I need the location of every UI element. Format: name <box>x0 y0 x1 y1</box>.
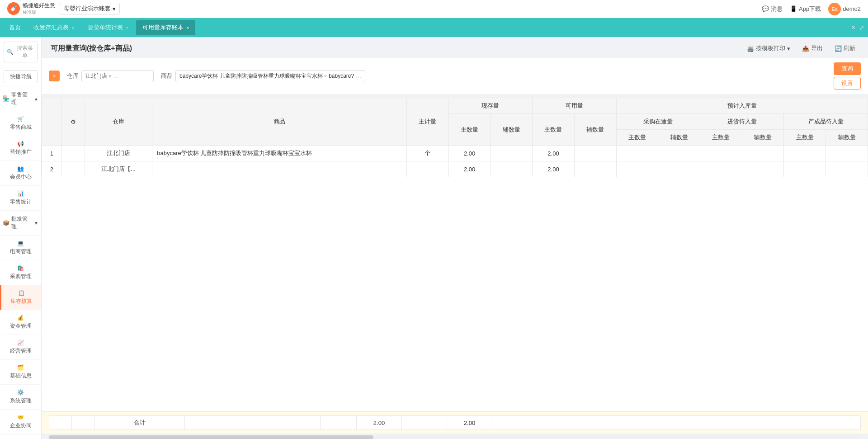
product-tag-1-delete[interactable]: × <box>324 73 327 79</box>
tab-receivable-close[interactable]: × <box>71 25 74 30</box>
logo-area: 🍼 畅捷通好生意 标准版 <box>7 2 55 15</box>
sidebar-item-wholesale[interactable]: 📦 批发管理 ▼ <box>0 211 41 236</box>
sidebar-item-marketing-label: 营销推广 <box>10 148 32 156</box>
wholesale-arrow: ▼ <box>34 221 38 226</box>
summary-label: 合计 <box>94 416 185 430</box>
tab-available-close[interactable]: × <box>186 25 189 30</box>
inventory-icon: 📋 <box>18 290 25 296</box>
warehouse-tag-value: 江北门店 <box>85 72 107 80</box>
avatar: Ea <box>828 3 841 15</box>
summary-settings-cell <box>72 416 94 430</box>
cell-purchase-main <box>616 146 658 161</box>
cell-index: 2 <box>42 161 62 177</box>
th-settings[interactable]: ⚙ <box>61 98 85 146</box>
th-purchase-main: 主数量 <box>616 130 658 146</box>
cell-stock-aux <box>491 146 533 161</box>
sidebar-item-operation[interactable]: 📈 经营管理 <box>0 335 41 360</box>
th-avail-aux: 辅数量 <box>574 114 616 146</box>
logo-text: 畅捷通好生意 <box>23 2 55 9</box>
product-label: 商品 <box>161 72 173 80</box>
cell-prod-main <box>784 161 826 177</box>
message-icon: 💬 <box>762 5 769 12</box>
th-warehouse: 仓库 <box>85 98 152 146</box>
app-download-item[interactable]: 📱 App下载 <box>790 5 821 13</box>
sidebar-item-retail-stat[interactable]: 📊 零售统计 <box>0 186 41 211</box>
sidebar-item-ecommerce[interactable]: 💻 电商管理 <box>0 236 41 260</box>
sidebar-item-finance[interactable]: 💰 资金管理 <box>0 310 41 335</box>
product-tag-2-value: babycare? <box>329 73 354 79</box>
th-incoming-aux: 辅数量 <box>742 130 784 146</box>
top-bar: 🍼 畅捷通好生意 标准版 母婴行业演示账套 ▾ 💬 消息 📱 App下载 Ea … <box>0 0 868 18</box>
tab-available-inventory[interactable]: 可用量库存账本 × <box>136 20 195 35</box>
inventory-table: ⚙ 仓库 商品 主计量 现存量 可用量 预计入库量 主数量 辅数量 主数量 辅数… <box>42 98 868 177</box>
th-avail-main: 主数量 <box>533 114 575 146</box>
online-shop-icon: 🛒 <box>17 116 24 122</box>
tab-order-close[interactable]: × <box>126 25 128 30</box>
window-expand-button[interactable]: ⤢ <box>859 24 864 31</box>
warehouse-tag: 江北门店 × <box>85 72 111 80</box>
sidebar-item-wholesale-label: 批发管理 <box>11 215 32 231</box>
product-input[interactable]: babycare学饮杯 儿童防摔防撞吸管杯重力球吸嘴杯宝宝水杯 × babyca… <box>175 70 365 82</box>
bottom-scrollbar[interactable] <box>49 435 861 439</box>
sidebar-item-system[interactable]: ⚙️ 系统管理 <box>0 385 41 410</box>
tab-receivable-label: 收发存汇总表 <box>33 24 69 32</box>
page-header-actions: 🖨️ 按模板打印 ▾ 📤 导出 🔄 刷新 <box>743 42 859 54</box>
quick-nav-area: 快捷导航 <box>0 67 41 86</box>
sidebar-item-inventory[interactable]: 📋 库存核算 <box>0 285 41 310</box>
store-label: 母婴行业演示账套 <box>64 5 111 13</box>
warehouse-input[interactable]: 江北门店 × ... <box>81 70 154 82</box>
summary-unit-empty <box>321 416 357 430</box>
warehouse-tag-delete[interactable]: × <box>108 73 111 79</box>
member-icon: 👥 <box>17 165 24 172</box>
tab-order-stats[interactable]: 要货单统计表 × <box>81 20 135 35</box>
sidebar-item-system-label: 系统管理 <box>10 397 32 405</box>
table-row: 1 江北门店 babycare学饮杯 儿童防摔防撞吸管杯重力球吸嘴杯宝宝水杯 个… <box>42 146 868 161</box>
query-button[interactable]: 查询 <box>834 62 861 75</box>
tab-receivable-summary[interactable]: 收发存汇总表 × <box>27 20 80 35</box>
sidebar-item-basic[interactable]: 🗂️ 基础信息 <box>0 360 41 385</box>
wholesale-icon: 📦 <box>3 220 9 226</box>
summary-stock-main: 2.00 <box>357 416 402 430</box>
sidebar-item-online-shop-label: 零售商城 <box>10 123 32 131</box>
tab-home[interactable]: 首页 <box>4 24 26 32</box>
sidebar-item-zero-retail-label: 零售管理 <box>11 91 32 106</box>
logo-sub: 标准版 <box>23 9 55 15</box>
sidebar-item-enterprise-label: 企业协同 <box>10 422 32 430</box>
product-filter: 商品 babycare学饮杯 儿童防摔防撞吸管杯重力球吸嘴杯宝宝水杯 × bab… <box>161 70 365 82</box>
warehouse-label: 仓库 <box>67 72 79 80</box>
th-unit: 主计量 <box>406 98 448 146</box>
user-item[interactable]: Ea demo2 <box>828 3 861 15</box>
main-layout: 🔍 搜索菜单 快捷导航 🏪 零售管理 ▲ 🛒 零售商城 📢 营销推广 👥 会员中… <box>0 37 868 439</box>
template-print-button[interactable]: 🖨️ 按模板打印 ▾ <box>743 42 794 54</box>
chevron-down-icon: ▾ <box>113 5 116 12</box>
window-close-button[interactable]: × <box>851 24 855 32</box>
refresh-button[interactable]: 🔄 刷新 <box>831 42 859 54</box>
th-forecast-group: 预计入库量 <box>616 98 868 114</box>
sidebar-item-enterprise[interactable]: 🤝 企业协同 <box>0 410 41 434</box>
system-icon: ⚙️ <box>17 389 24 396</box>
tab-available-label: 可用量库存账本 <box>142 24 184 32</box>
filter-row: » 仓库 江北门店 × ... 商品 babycare学饮杯 儿童防摔防撞吸管杯… <box>42 58 868 94</box>
sidebar-item-guide[interactable]: 🎯 新手引导 <box>0 434 41 439</box>
ecommerce-icon: 💻 <box>17 240 24 246</box>
sidebar-item-member[interactable]: 👥 会员中心 <box>0 161 41 186</box>
sidebar-item-member-label: 会员中心 <box>10 173 32 181</box>
sidebar-item-zero-retail[interactable]: 🏪 零售管理 ▲ <box>0 86 41 111</box>
enterprise-icon: 🤝 <box>17 414 24 420</box>
product-dots: ... <box>356 72 361 80</box>
basic-icon: 🗂️ <box>17 364 24 371</box>
user-label: demo2 <box>843 5 861 12</box>
filter-toggle-button[interactable]: » <box>49 71 60 81</box>
message-item[interactable]: 💬 消息 <box>762 5 783 13</box>
cell-purchase-aux <box>658 161 700 177</box>
quick-nav-button[interactable]: 快捷导航 <box>4 70 38 83</box>
sidebar-item-purchase[interactable]: 🛍️ 采购管理 <box>0 260 41 285</box>
finance-icon: 💰 <box>17 315 24 321</box>
sidebar-item-online-shop[interactable]: 🛒 零售商城 <box>0 111 41 136</box>
scrollbar-thumb[interactable] <box>49 435 373 439</box>
sidebar-item-marketing[interactable]: 📢 营销推广 <box>0 136 41 161</box>
search-menu-button[interactable]: 🔍 搜索菜单 <box>4 42 38 62</box>
store-selector[interactable]: 母婴行业演示账套 ▾ <box>60 3 120 14</box>
export-button[interactable]: 📤 导出 <box>798 42 826 54</box>
settings-button[interactable]: 设置 <box>834 77 861 90</box>
